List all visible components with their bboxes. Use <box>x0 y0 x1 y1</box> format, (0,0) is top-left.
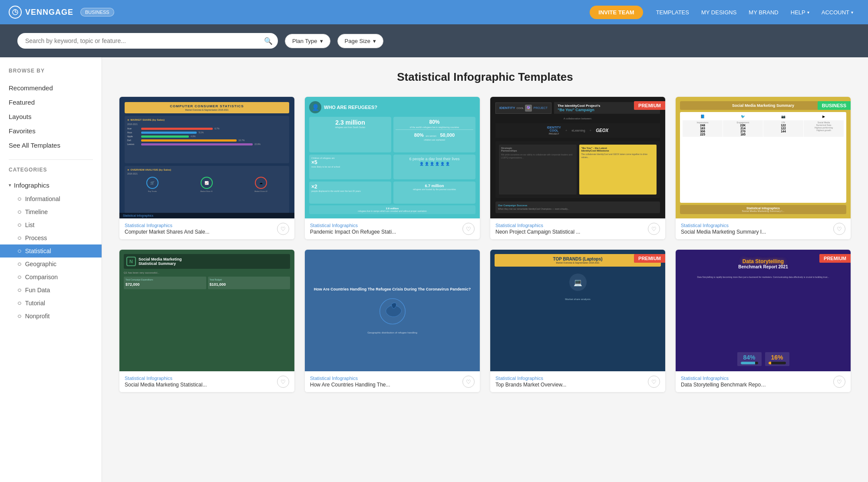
sidebar: BROWSE BY Recommended Featured Layouts F… <box>0 57 102 482</box>
category-child-timeline[interactable]: ○ Timeline <box>9 205 93 218</box>
main-content: Statistical Infographic Templates COMPUT… <box>102 57 868 482</box>
business-badge: BUSINESS <box>80 8 114 17</box>
card-2-title: Pandemic Impact On Refugee Stati... <box>310 229 396 235</box>
sidebar-item-layouts[interactable]: Layouts <box>9 109 93 124</box>
card-6-category: Statistical Infographics <box>310 376 390 381</box>
card-1-favorite[interactable]: ♡ <box>277 223 289 235</box>
informational-dot-icon: ○ <box>17 195 22 202</box>
search-area: 🔍 Plan Type ▾ Page Size ▾ <box>0 24 868 57</box>
card-8-badge: PREMIUM <box>819 254 851 263</box>
template-card-8[interactable]: PREMIUM Data Storytelling Benchmark Repo… <box>676 250 851 392</box>
logo-text: VENNGAGE <box>25 8 73 17</box>
card-7-footer: Statistical Infographics Top Brands Mark… <box>490 371 665 392</box>
card-3-category: Statistical Infographics <box>495 223 580 228</box>
card-3-favorite[interactable]: ♡ <box>648 223 660 235</box>
page-size-filter[interactable]: Page Size ▾ <box>337 34 383 48</box>
invite-button[interactable]: INVITE TEAM <box>590 6 643 19</box>
timeline-dot-icon: ○ <box>17 208 22 215</box>
statistical-dot-icon: ○ <box>17 248 22 254</box>
template-card-6[interactable]: How Are Countries Handling The Refugee C… <box>305 250 480 392</box>
browse-by-title: BROWSE BY <box>9 68 93 74</box>
card-5-category: Statistical Infographics <box>125 376 207 381</box>
categories-title: CATEGORIES <box>9 167 93 173</box>
card-8-category: Statistical Infographics <box>681 376 768 381</box>
sidebar-item-featured[interactable]: Featured <box>9 95 93 109</box>
card-6-favorite[interactable]: ♡ <box>462 376 475 388</box>
card-3-footer: Statistical Infographics Neon Project Ca… <box>490 218 665 239</box>
card-7-badge: PREMIUM <box>634 254 665 263</box>
card-1-footer: Statistical Infographics Computer Market… <box>119 218 294 239</box>
header: VENNGAGE BUSINESS INVITE TEAM TEMPLATES … <box>0 0 868 24</box>
card-4-badge: BUSINESS <box>818 101 851 110</box>
card-5-footer: Statistical Infographics Social Media Ma… <box>119 371 294 392</box>
template-grid-row2: N Social Media MarketingStatistical Summ… <box>119 250 851 392</box>
sidebar-item-recommended[interactable]: Recommended <box>9 81 93 95</box>
category-infographics[interactable]: ▾ Infographics <box>9 178 93 192</box>
category-child-comparison[interactable]: ○ Comparison <box>9 271 93 284</box>
account-chevron-icon: ▾ <box>851 10 853 15</box>
geographic-dot-icon: ○ <box>17 261 22 267</box>
nav-help[interactable]: HELP ▾ <box>785 9 815 16</box>
card-8-title: Data Storytelling Benchmark Report 2021 <box>681 382 768 388</box>
sidebar-item-see-all[interactable]: See All Templates <box>9 138 93 152</box>
card-8-footer: Statistical Infographics Data Storytelli… <box>676 371 851 392</box>
card-3-title: Neon Project Campaign Statistical ... <box>495 229 580 235</box>
card-2-favorite[interactable]: ♡ <box>462 223 475 235</box>
category-child-process[interactable]: ○ Process <box>9 231 93 244</box>
card-7-favorite[interactable]: ♡ <box>648 376 660 388</box>
plan-type-filter[interactable]: Plan Type ▾ <box>285 34 330 48</box>
nav-my-designs[interactable]: MY DESIGNS <box>695 9 743 16</box>
template-card-5[interactable]: N Social Media MarketingStatistical Summ… <box>119 250 294 392</box>
category-child-informational[interactable]: ○ Informational <box>9 192 93 205</box>
card-1-title: Computer Market Shares And Sale... <box>125 229 209 235</box>
category-child-tutorial[interactable]: ○ Tutorial <box>9 297 93 310</box>
process-dot-icon: ○ <box>17 234 22 241</box>
search-box: 🔍 <box>17 33 278 49</box>
page-size-chevron-icon: ▾ <box>373 38 376 44</box>
plan-type-chevron-icon: ▾ <box>320 38 323 44</box>
category-child-fun-data[interactable]: ○ Fun Data <box>9 284 93 297</box>
card-3-badge: PREMIUM <box>634 101 665 110</box>
card-7-category: Statistical Infographics <box>495 376 566 381</box>
card-4-footer: Statistical Infographics Social Media Ma… <box>676 218 851 239</box>
nav-templates[interactable]: TEMPLATES <box>650 9 695 16</box>
card-5-title: Social Media Marketing Statistical... <box>125 382 207 388</box>
search-button[interactable]: 🔍 <box>264 37 273 45</box>
nav-account[interactable]: ACCOUNT ▾ <box>815 9 859 16</box>
card-4-title: Social Media Marketing Summary I... <box>681 229 766 235</box>
category-child-geographic[interactable]: ○ Geographic <box>9 258 93 271</box>
template-card-7[interactable]: PREMIUM TOP BRANDS (Laptops) Market Over… <box>490 250 665 392</box>
card-5-favorite[interactable]: ♡ <box>277 376 289 388</box>
card-1-category: Statistical Infographics <box>125 223 209 228</box>
card-6-footer: Statistical Infographics How Are Countri… <box>305 371 480 392</box>
list-dot-icon: ○ <box>17 221 22 228</box>
card-4-category: Statistical Infographics <box>681 223 766 228</box>
search-input[interactable] <box>17 33 278 49</box>
template-card-2[interactable]: 👤 WHO ARE REFUGEES? 2.3 million refugees… <box>305 97 480 239</box>
logo[interactable]: VENNGAGE <box>9 6 73 19</box>
logo-icon <box>9 6 22 19</box>
page-title: Statistical Infographic Templates <box>119 70 851 84</box>
infographics-chevron-icon: ▾ <box>9 182 11 188</box>
template-card-1[interactable]: COMPUTER CONSUMER STATISTICS Market Over… <box>119 97 294 239</box>
category-child-list[interactable]: ○ List <box>9 218 93 231</box>
template-card-3[interactable]: PREMIUM IDENTITY COOL 🔮 PROJECT The Iden… <box>490 97 665 239</box>
category-child-nonprofit[interactable]: ○ Nonprofit <box>9 310 93 323</box>
card-8-favorite[interactable]: ♡ <box>833 376 845 388</box>
category-child-statistical[interactable]: ○ Statistical <box>0 244 102 258</box>
fun-data-dot-icon: ○ <box>17 287 22 294</box>
template-grid-row1: COMPUTER CONSUMER STATISTICS Market Over… <box>119 97 851 239</box>
nav-my-brand[interactable]: MY BRAND <box>743 9 784 16</box>
sidebar-item-favorites[interactable]: Favorites <box>9 124 93 138</box>
nonprofit-dot-icon: ○ <box>17 313 22 320</box>
card-2-category: Statistical Infographics <box>310 223 396 228</box>
comparison-dot-icon: ○ <box>17 274 22 281</box>
help-chevron-icon: ▾ <box>807 10 809 15</box>
tutorial-dot-icon: ○ <box>17 300 22 307</box>
main-nav: TEMPLATES MY DESIGNS MY BRAND HELP ▾ ACC… <box>650 9 859 16</box>
card-6-title: How Are Countries Handling The... <box>310 382 390 388</box>
sidebar-divider <box>9 159 93 160</box>
card-4-favorite[interactable]: ♡ <box>833 223 845 235</box>
card-7-title: Top Brands Market Overview... <box>495 382 566 388</box>
template-card-4[interactable]: BUSINESS Social Media Marketing Summary … <box>676 97 851 239</box>
